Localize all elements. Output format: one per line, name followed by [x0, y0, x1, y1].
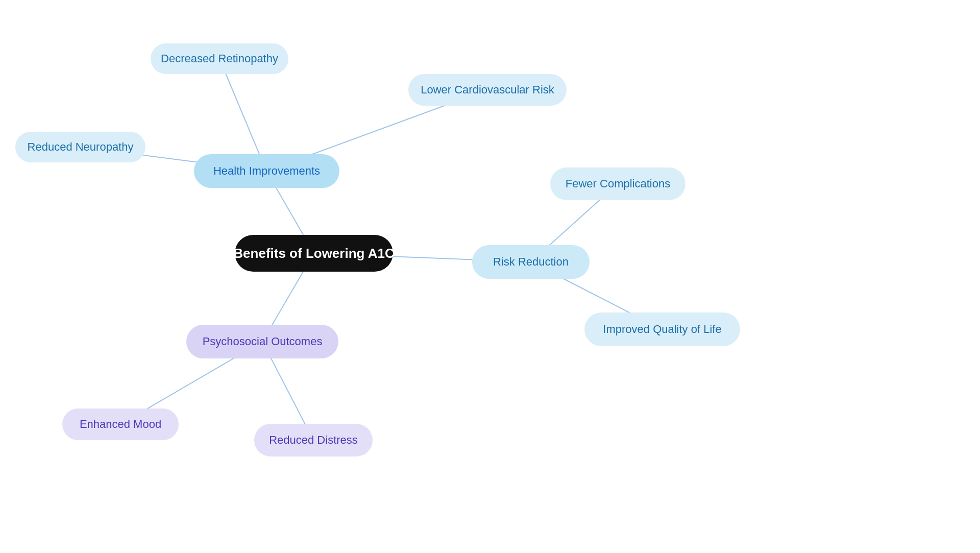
improved-quality-node: Improved Quality of Life	[584, 312, 740, 346]
center-node: Benefits of Lowering A1C	[235, 235, 393, 272]
fewer-complications-node: Fewer Complications	[550, 167, 685, 200]
enhanced-mood-node: Enhanced Mood	[62, 408, 179, 440]
decreased-retinopathy-node: Decreased Retinopathy	[151, 43, 288, 74]
risk-reduction-node: Risk Reduction	[472, 245, 590, 279]
reduced-distress-node: Reduced Distress	[254, 424, 373, 456]
health-improvements-node: Health Improvements	[194, 154, 339, 188]
reduced-neuropathy-node: Reduced Neuropathy	[15, 132, 145, 162]
lower-cardiovascular-node: Lower Cardiovascular Risk	[408, 74, 567, 106]
psychosocial-node: Psychosocial Outcomes	[186, 325, 338, 358]
